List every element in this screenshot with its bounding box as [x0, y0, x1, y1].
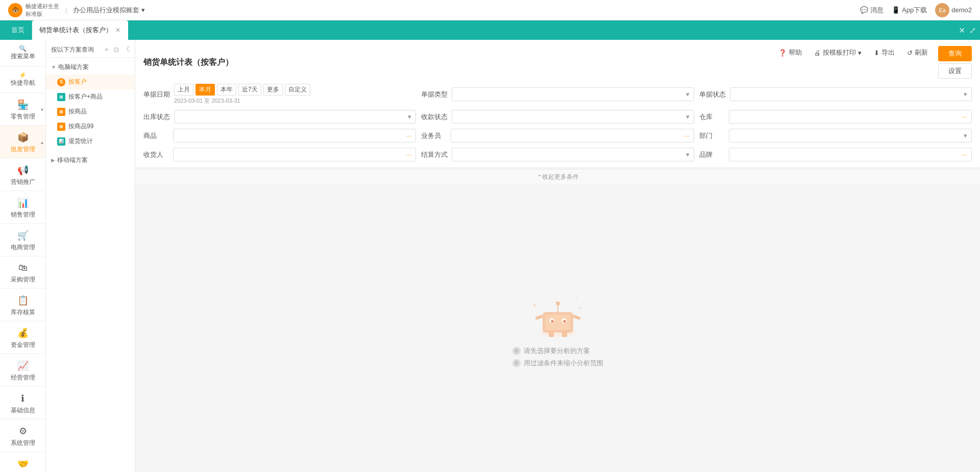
expand-icon-retail: ▾ — [41, 106, 43, 112]
department-select[interactable]: ▾ — [729, 129, 972, 143]
mobile-icon: 📱 — [892, 6, 900, 14]
svg-point-8 — [556, 301, 560, 305]
sidebar-item-basic[interactable]: ℹ 基础信息 — [0, 387, 45, 419]
page-title: 销货单统计表（按客户） — [143, 57, 233, 68]
export-button[interactable]: ⬇ 导出 — [870, 46, 899, 59]
user-area[interactable]: Ea demo2 — [935, 3, 972, 17]
filter-area: 销货单统计表（按客户） ❓ 帮助 🖨 按模板打印 ▾ — [135, 40, 980, 168]
sidebar-item-operations[interactable]: 📈 经营管理 — [0, 354, 45, 387]
out-status-select[interactable]: ▾ — [174, 110, 416, 124]
sidebar-item-retail[interactable]: 🏪 零售管理 ▾ — [0, 93, 45, 126]
svg-point-6 — [563, 320, 566, 322]
industry-dropdown[interactable]: 办公用品行业模拟账套 ▾ — [73, 6, 145, 15]
group-arrow-desktop: ▼ — [51, 64, 56, 70]
chevron-down-icon-settlement: ▾ — [686, 151, 690, 158]
help-button[interactable]: ❓ 帮助 — [774, 46, 806, 59]
scheme-panel: 按以下方案查询 ＋ ⊙ 《 ▼ 电脑端方案 客 按客户 ▦ 按客户 — [46, 40, 135, 472]
tab-maximize-icon[interactable]: ⤢ — [969, 26, 976, 35]
scheme-header-title: 按以下方案查询 — [51, 45, 94, 54]
export-label: 导出 — [881, 48, 895, 57]
doc-type-select[interactable]: ▾ — [452, 87, 694, 101]
tab-bar-actions: ✕ ⤢ — [959, 26, 980, 35]
scheme-item-by-customer-goods[interactable]: ▦ 按客户+商品 — [46, 89, 135, 104]
scheme-item-by-customer[interactable]: 客 按客户 — [46, 75, 135, 89]
dots-icon-goods: ··· — [406, 132, 411, 139]
warehouse-select[interactable]: ··· — [729, 110, 972, 124]
scheme-item-by-customer-label: 按客户 — [68, 78, 87, 86]
svg-text:✦: ✦ — [578, 306, 582, 311]
sidebar-item-system[interactable]: ⚙ 系统管理 — [0, 419, 45, 452]
brand-select[interactable]: ··· — [729, 148, 972, 161]
sidebar-item-finance[interactable]: 💰 资金管理 — [0, 321, 45, 354]
svg-rect-11 — [549, 331, 554, 337]
operations-icon: 📈 — [17, 360, 29, 371]
sidebar-item-sales-mgmt[interactable]: 📊 销售管理 — [0, 191, 45, 224]
breadcrumb-sep: | — [65, 6, 67, 14]
date-buttons: 上月 本月 本年 近7天 更多 自定义 — [174, 84, 416, 96]
scheme-item-by-goods[interactable]: ▦ 按商品 — [46, 104, 135, 119]
goods-select[interactable]: ··· — [173, 129, 416, 143]
settings-button[interactable]: 设置 — [938, 63, 972, 79]
scheme-settings-icon[interactable]: ⊙ — [113, 45, 119, 54]
tip-num-2: ② — [512, 359, 521, 367]
sidebar-item-ecom[interactable]: 🛒 电商管理 — [0, 224, 45, 256]
date-btn-this-month[interactable]: 本月 — [195, 84, 215, 96]
svg-rect-9 — [535, 314, 543, 320]
scheme-group-desktop: ▼ 电脑端方案 客 按客户 ▦ 按客户+商品 ▦ 按商品 ▦ 按商品99 — [46, 58, 135, 151]
date-range: 2023-03-01 至 2023-03-31 — [174, 97, 416, 105]
marketing-icon: 📢 — [17, 164, 29, 176]
template-print-button[interactable]: 🖨 按模板打印 ▾ — [810, 46, 866, 59]
main-layout: 🔍 搜索菜单 ⚡ 快捷导航 🏪 零售管理 ▾ 📦 批发管理 ▴ 📢 营销推广 📊… — [0, 40, 980, 472]
sidebar-item-enterprise[interactable]: 🤝 企业协同 — [0, 452, 45, 472]
quick-nav-icon: ⚡ — [19, 72, 27, 79]
sidebar-label-sales-mgmt: 销售管理 — [11, 210, 35, 219]
consignee-label: 收货人 — [143, 150, 169, 159]
sidebar-item-purchase[interactable]: 🛍 采购管理 — [0, 256, 45, 289]
empty-tip-2: ② 用过滤条件来缩小分析范围 — [512, 359, 603, 368]
date-btn-this-year[interactable]: 本年 — [217, 84, 236, 96]
scheme-add-icon[interactable]: ＋ — [103, 45, 110, 54]
filter-consignee-field: 收货人 ··· — [143, 148, 416, 161]
scheme-item-refund-stat[interactable]: 📊 退货统计 — [46, 134, 135, 149]
expand-icon-wholesale: ▴ — [41, 139, 43, 145]
date-btn-7days[interactable]: 近7天 — [238, 84, 261, 96]
date-btn-custom[interactable]: 自定义 — [285, 84, 310, 96]
empty-illustration: ✦ ✦ ✦ — [527, 289, 589, 340]
sidebar-item-quick-nav[interactable]: ⚡ 快捷导航 — [0, 66, 45, 93]
sidebar-item-inventory[interactable]: 📋 库存核算 — [0, 289, 45, 321]
settlement-select[interactable]: ▾ — [452, 148, 694, 161]
sidebar-item-search-menu[interactable]: 🔍 搜索菜单 — [0, 40, 45, 66]
receipt-status-label: 收款状态 — [421, 112, 448, 122]
scheme-collapse-icon[interactable]: 《 — [122, 45, 130, 54]
sales-mgmt-icon: 📊 — [17, 197, 29, 208]
group-label-desktop: 电脑端方案 — [58, 63, 89, 72]
sidebar-item-wholesale[interactable]: 📦 批发管理 ▴ — [0, 126, 45, 158]
filter-doc-type-field: 单据类型 ▾ — [421, 87, 694, 101]
scheme-group-mobile-title[interactable]: ▶ 移动端方案 — [46, 153, 135, 168]
consignee-select[interactable]: ··· — [173, 148, 416, 161]
message-action[interactable]: 💬 消息 — [860, 6, 884, 15]
sidebar-label-purchase: 采购管理 — [11, 275, 35, 284]
date-btn-more[interactable]: 更多 — [263, 84, 283, 96]
brand-label: 品牌 — [699, 150, 725, 159]
query-button[interactable]: 查询 — [938, 46, 972, 61]
doc-status-select[interactable]: ▾ — [730, 87, 972, 101]
scheme-item-by-goods-99[interactable]: ▦ 按商品99 — [46, 119, 135, 134]
tab-sales-stat[interactable]: 销货单统计表（按客户） ✕ — [32, 20, 128, 40]
collapse-more-conditions[interactable]: ⌃ 收起更多条件 — [135, 169, 980, 184]
app-download-action[interactable]: 📱 App下载 — [892, 6, 927, 15]
finance-icon: 💰 — [17, 327, 29, 339]
tab-close-icon[interactable]: ✕ — [115, 27, 120, 34]
sidebar-item-marketing[interactable]: 📢 营销推广 — [0, 158, 45, 191]
tab-close-all-icon[interactable]: ✕ — [959, 26, 965, 35]
filter-out-status-field: 出库状态 ▾ — [143, 110, 416, 124]
salesperson-select[interactable]: ··· — [451, 129, 694, 143]
date-btn-last-month[interactable]: 上月 — [174, 84, 193, 96]
refresh-button[interactable]: ↺ 刷新 — [903, 46, 932, 59]
by-goods-99-icon: ▦ — [57, 123, 65, 131]
logo-icon: 🐯 — [8, 3, 22, 17]
empty-tip-1: ① 请先选择要分析的方案 — [512, 346, 603, 356]
receipt-status-select[interactable]: ▾ — [452, 110, 694, 124]
tab-home[interactable]: 首页 — [4, 20, 32, 40]
scheme-group-desktop-title[interactable]: ▼ 电脑端方案 — [46, 60, 135, 75]
